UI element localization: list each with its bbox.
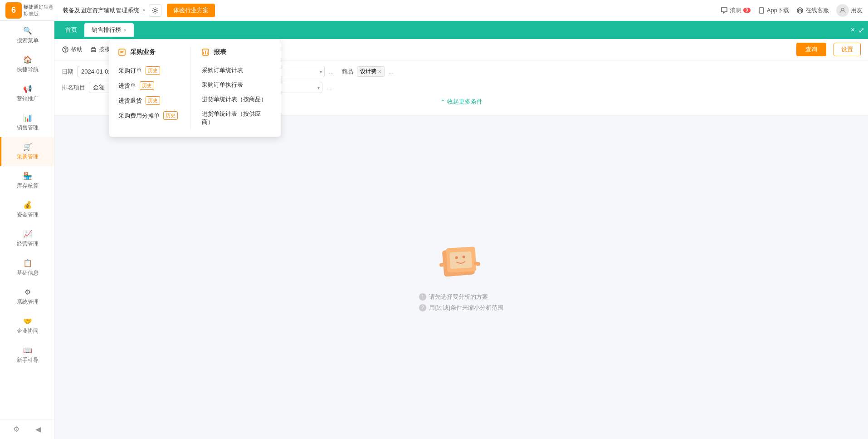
purchase-expense-label: 采购费用分摊单 — [118, 112, 160, 120]
sidebar-item-finance-label: 资金管理 — [17, 211, 39, 219]
logo-text: 畅捷通好生意 标准版 — [24, 4, 54, 17]
sidebar-item-quicknav[interactable]: 🏠 快捷导航 — [0, 50, 54, 79]
message-btn[interactable]: 消息 9 — [721, 6, 751, 15]
goods-dots[interactable]: … — [388, 68, 394, 75]
tip1-text: 请先选择要分析的方案 — [429, 293, 488, 301]
query-btn[interactable]: 查询 — [796, 43, 826, 56]
voucher-status-dots[interactable]: … — [328, 68, 334, 75]
purchase-expense-history[interactable]: 历史 — [163, 111, 178, 120]
sidebar-item-purchase[interactable]: 🛒 采购管理 — [0, 137, 54, 166]
content-area: 首页 销售排行榜 × × ⤢ 帮助 按模板打印 — [54, 21, 868, 439]
sidebar-item-operation-label: 经营管理 — [17, 240, 39, 248]
tab-home-label: 首页 — [65, 26, 77, 34]
sidebar-item-collab-label: 企业协同 — [17, 327, 39, 335]
po-stats-label: 采购订单统计表 — [202, 66, 243, 74]
inbound-history[interactable]: 历史 — [140, 81, 154, 90]
goods-tag: 设计费 × — [357, 66, 385, 77]
dropdown-item-inbound-return[interactable]: 进货退货 历史 — [117, 93, 190, 108]
app-download-btn[interactable]: App下载 — [758, 6, 789, 15]
sidebar-footer: ⚙ ◀ — [0, 419, 54, 439]
tab-close-all-btn[interactable]: × — [851, 26, 855, 34]
svg-rect-1 — [759, 8, 764, 13]
sidebar-item-system[interactable]: ⚙ 系统管理 — [0, 282, 54, 311]
service-label: 在线客服 — [805, 6, 829, 15]
sidebar-item-inventory-label: 库存核算 — [17, 182, 39, 190]
date-label: 日期 — [62, 68, 73, 76]
sidebar: 🔍 搜索菜单 🏠 快捷导航 📢 营销推广 📊 销售管理 🛒 采购管 — [0, 21, 54, 439]
svg-point-5 — [801, 10, 802, 11]
tab-sales-rank[interactable]: 销售排行榜 × — [84, 23, 134, 37]
dropdown-item-inbound[interactable]: 进货单 历史 — [117, 78, 190, 93]
message-badge: 9 — [743, 8, 751, 13]
empty-svg — [434, 240, 488, 286]
dropdown-section-report: 报表 采购订单统计表 采购订单执行表 进货单统计表（按商品） 进货单统计表（按供… — [190, 47, 274, 129]
section2-title: 报表 — [214, 48, 226, 56]
sidebar-item-system-label: 系统管理 — [17, 298, 39, 306]
svg-point-8 — [65, 51, 66, 51]
inbound-stats-supplier-label: 进货单统计表（按供应商） — [202, 110, 272, 126]
dropdown-item-po-stats[interactable]: 采购订单统计表 — [200, 63, 274, 78]
svg-rect-12 — [449, 251, 472, 268]
empty-illustration — [434, 240, 488, 286]
purchase-order-history[interactable]: 历史 — [146, 66, 160, 75]
dropdown-item-inbound-stats-goods[interactable]: 进货单统计表（按商品） — [200, 92, 274, 107]
tab-close-icon[interactable]: × — [124, 28, 127, 33]
operation-icon: 📈 — [23, 230, 32, 238]
sidebar-item-marketing[interactable]: 📢 营销推广 — [0, 79, 54, 108]
inbound-label: 进货单 — [118, 82, 136, 90]
sidebar-item-sales[interactable]: 📊 销售管理 — [0, 108, 54, 137]
user-btn[interactable]: 用友 — [836, 4, 863, 17]
top-bar: 6 畅捷通好生意 标准版 装备及固定资产辅助管理系统 ▾ 体验行业方案 消息 9 — [0, 0, 868, 21]
dropdown-item-inbound-stats-supplier[interactable]: 进货单统计表（按供应商） — [200, 107, 274, 129]
tip2-num: 2 — [419, 304, 426, 311]
collapse-btn[interactable]: ⌃ 收起更多条件 — [440, 98, 483, 106]
set-btn[interactable]: 设置 — [834, 43, 861, 56]
app-container: 6 畅捷通好生意 标准版 装备及固定资产辅助管理系统 ▾ 体验行业方案 消息 9 — [0, 0, 868, 439]
sidebar-item-search[interactable]: 🔍 搜索菜单 — [0, 21, 54, 50]
inbound-return-history[interactable]: 历史 — [146, 96, 160, 105]
system-title: 装备及固定资产辅助管理系统 — [63, 6, 139, 15]
sidebar-item-search-label: 搜索菜单 — [17, 37, 39, 44]
report-section-title: 报表 — [200, 47, 274, 58]
inventory-icon: 🏪 — [23, 172, 32, 180]
sidebar-item-purchase-label: 采购管理 — [17, 153, 39, 161]
filter-goods: 商品 设计费 × … — [341, 66, 394, 77]
service-btn[interactable]: 在线客服 — [796, 6, 829, 15]
industry-btn[interactable]: 体验行业方案 — [167, 4, 215, 17]
dropdown-item-po-exec[interactable]: 采购订单执行表 — [200, 78, 274, 92]
dropdown-arrow-icon[interactable]: ▾ — [143, 8, 145, 13]
tab-expand-btn[interactable]: ⤢ — [858, 26, 864, 35]
sidebar-item-collab[interactable]: 🤝 企业协同 — [0, 311, 54, 340]
sidebar-item-sales-label: 销售管理 — [17, 124, 39, 132]
sidebar-item-finance[interactable]: 💰 资金管理 — [0, 195, 54, 224]
logo-sub1: 畅捷通好生意 — [24, 4, 54, 10]
sidebar-footer-collapse[interactable]: ◀ — [35, 425, 41, 434]
sidebar-item-inventory[interactable]: 🏪 库存核算 — [0, 166, 54, 195]
help-btn[interactable]: 帮助 — [62, 45, 83, 54]
message-label: 消息 — [730, 6, 741, 15]
purchase-order-label: 采购订单 — [118, 67, 142, 75]
sidebar-item-basicinfo[interactable]: 📋 基础信息 — [0, 253, 54, 282]
finance-icon: 💰 — [23, 201, 32, 209]
section1-title: 采购业务 — [130, 48, 156, 56]
customer-dots[interactable]: … — [326, 84, 332, 91]
goods-tag-close[interactable]: × — [378, 69, 381, 75]
svg-point-0 — [154, 9, 156, 11]
app-download-label: App下载 — [767, 6, 789, 15]
inbound-return-label: 进货退货 — [118, 97, 142, 105]
tab-home[interactable]: 首页 — [58, 23, 84, 37]
purchase-icon: 🛒 — [23, 143, 32, 151]
goods-label: 商品 — [341, 68, 353, 76]
sidebar-item-newuser-label: 新手引导 — [17, 356, 39, 364]
sidebar-item-operation[interactable]: 📈 经营管理 — [0, 224, 54, 253]
settings-icon-btn[interactable] — [149, 4, 161, 17]
sidebar-item-newuser[interactable]: 📖 新手引导 — [0, 340, 54, 370]
sidebar-footer-settings[interactable]: ⚙ — [13, 425, 20, 434]
rank-label: 排名项目 — [62, 84, 85, 92]
top-bar-right: 消息 9 App下载 在线客服 — [721, 4, 863, 17]
home-icon: 🏠 — [23, 55, 32, 64]
purchase-section-title: 采购业务 — [117, 47, 190, 58]
dropdown-item-purchase-expense[interactable]: 采购费用分摊单 历史 — [117, 108, 190, 123]
main-content: 1 请先选择要分析的方案 2 用[过滤]条件来缩小分析范围 — [54, 115, 868, 439]
dropdown-item-purchase-order[interactable]: 采购订单 历史 — [117, 63, 190, 78]
